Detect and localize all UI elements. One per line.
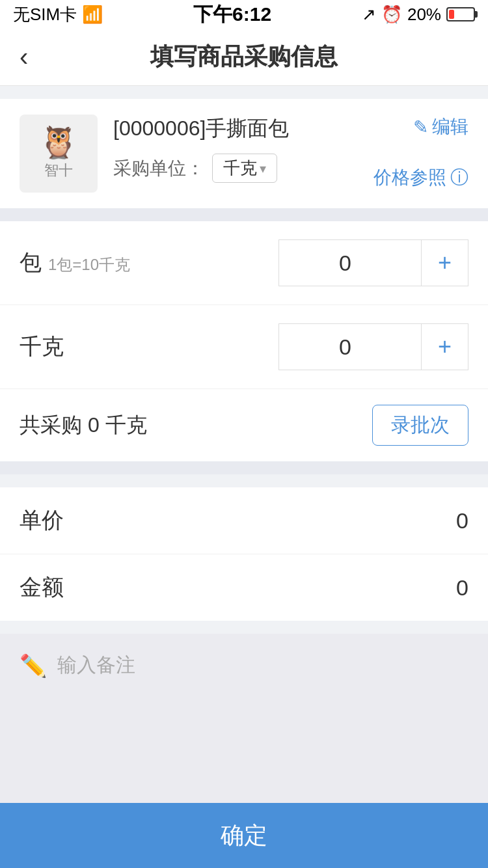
quantity-input-bag[interactable]: [278, 239, 422, 286]
product-image: 🦉 智十: [20, 115, 98, 193]
page-title: 填写商品采购信息: [150, 41, 338, 73]
alarm-icon: ⏰: [381, 5, 402, 25]
wifi-icon: 📶: [82, 5, 103, 25]
quantity-sub-bag: 1包=10千克: [48, 254, 130, 275]
status-time: 下午6:12: [193, 1, 271, 28]
remark-pencil-icon: ✏️: [20, 653, 47, 679]
total-text: 共采购 0 千克: [20, 413, 147, 437]
remark-section[interactable]: ✏️ 输入备注: [0, 634, 488, 829]
price-ref-info-icon: ⓘ: [450, 165, 468, 190]
section-divider-2: [0, 461, 488, 474]
price-label-amount: 金额: [20, 573, 64, 603]
price-ref-label: 价格参照: [373, 165, 446, 190]
nav-bar: ‹ 填写商品采购信息: [0, 29, 488, 86]
quantity-input-group-bag: +: [278, 239, 468, 286]
quantity-row-bag: 包 1包=10千克 +: [0, 221, 488, 305]
back-button[interactable]: ‹: [20, 42, 28, 72]
price-section: 单价 0 金额 0: [0, 487, 488, 621]
quantity-section: 包 1包=10千克 + 千克 + 共采购 0 千克 录批次: [0, 221, 488, 461]
confirm-button-label: 确定: [221, 820, 267, 852]
price-label-unit: 单价: [20, 506, 64, 536]
remark-placeholder: ✏️ 输入备注: [20, 652, 468, 679]
location-icon: ↗: [362, 5, 376, 25]
quantity-input-kg[interactable]: [278, 323, 422, 370]
quantity-input-group-kg: +: [278, 323, 468, 370]
status-left: 无SIM卡 📶: [13, 3, 103, 26]
quantity-plus-bag[interactable]: +: [422, 239, 468, 286]
quantity-unit-bag: 包: [20, 248, 42, 278]
price-row-amount: 金额 0: [0, 554, 488, 621]
quantity-plus-kg[interactable]: +: [422, 323, 468, 370]
total-label: 共采购 0 千克: [20, 411, 147, 440]
quantity-label-bag: 包 1包=10千克: [20, 248, 278, 278]
section-divider-1: [0, 208, 488, 221]
carrier-text: 无SIM卡: [13, 3, 77, 26]
price-ref-button[interactable]: 价格参照 ⓘ: [373, 165, 468, 190]
product-owl-icon: 🦉: [39, 127, 78, 158]
edit-label: 编辑: [432, 115, 468, 139]
status-right: ↗ ⏰ 20%: [362, 5, 475, 25]
edit-icon: ✎: [413, 116, 428, 138]
price-value-amount: 0: [456, 575, 468, 601]
product-card: 🦉 智十 [0000006]手撕面包 采购单位： 千克 ▾ ✎ 编辑 价格参照 …: [0, 99, 488, 208]
quantity-row-kg: 千克 +: [0, 305, 488, 389]
edit-button[interactable]: ✎ 编辑: [413, 115, 468, 139]
unit-value: 千克: [223, 157, 257, 180]
unit-label: 采购单位：: [113, 156, 204, 181]
confirm-button[interactable]: 确定: [0, 803, 488, 868]
quantity-label-kg: 千克: [20, 332, 278, 362]
product-brand: 智十: [44, 161, 73, 180]
price-row-unit: 单价 0: [0, 487, 488, 554]
remark-placeholder-text: 输入备注: [57, 652, 135, 679]
quantity-unit-kg: 千克: [20, 332, 64, 362]
battery-percent: 20%: [407, 5, 441, 25]
unit-arrow-icon: ▾: [260, 161, 266, 176]
battery-icon: [446, 7, 475, 21]
unit-select[interactable]: 千克 ▾: [212, 154, 277, 183]
status-bar: 无SIM卡 📶 下午6:12 ↗ ⏰ 20%: [0, 0, 488, 29]
price-value-unit: 0: [456, 508, 468, 534]
total-row: 共采购 0 千克 录批次: [0, 389, 488, 461]
batch-button[interactable]: 录批次: [372, 405, 468, 446]
